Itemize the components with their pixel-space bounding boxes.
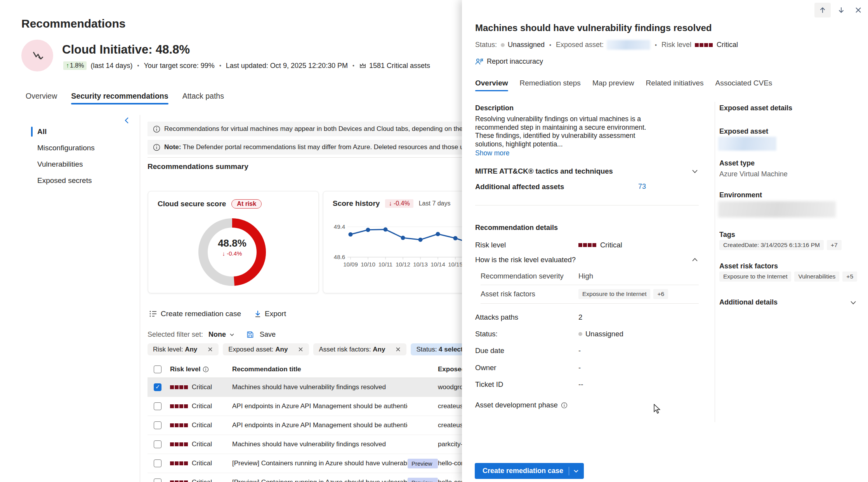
svg-text:48.6: 48.6 [334, 254, 345, 260]
exposed-asset-redacted-value [607, 40, 650, 50]
status-value: Unassigned [508, 41, 545, 49]
risk-factor-overflow-chip[interactable]: +6 [653, 289, 668, 299]
mitre-label: MITRE ATT&CK® tactics and techniques [475, 167, 613, 176]
row-checkbox[interactable] [154, 479, 161, 482]
detail-row-severity: Recommendation severity High [481, 272, 704, 280]
remove-filter-icon[interactable] [298, 346, 304, 352]
preview-badge: Preview [408, 478, 438, 482]
sidebar-divider [140, 115, 140, 482]
tags-label: Tags [719, 231, 735, 239]
score-history-period: Last 7 days [419, 200, 451, 207]
panel-tab-associated-cves[interactable]: Associated CVEs [715, 79, 773, 91]
create-remediation-case-label: Create remediation case [161, 310, 241, 318]
main-tab-bar: Overview Security recommendations Attack… [26, 92, 224, 104]
report-inaccuracy-button[interactable]: Report inaccuracy [475, 57, 543, 66]
remediation-list-icon [149, 310, 157, 318]
sidebar-item-vulnerabilities[interactable]: Vulnerabilities [31, 156, 132, 172]
info-icon [203, 366, 209, 372]
chevron-down-icon[interactable] [229, 332, 235, 338]
trend-value: 1.8% [70, 62, 84, 69]
filter-set-value[interactable]: None [208, 331, 226, 339]
preview-badge: Preview [408, 459, 438, 468]
col-recommendation-title: Recommendation title [232, 365, 408, 373]
separator-dot: • [549, 42, 551, 48]
export-label: Export [265, 310, 286, 318]
sub-divider [481, 285, 699, 285]
info-icon [153, 144, 160, 151]
exposed-asset-label: Exposed asset: [556, 41, 604, 49]
description-text: Resolving vulnerability findings on virt… [475, 115, 658, 148]
row-checkbox[interactable] [154, 383, 161, 391]
secure-score-delta: ↓ -0.4% [193, 250, 271, 257]
additional-details-label: Additional details [719, 298, 778, 306]
info-banner-devices-cloud: Recommendations for virtual machines may… [148, 122, 464, 136]
chevron-up-icon[interactable] [691, 256, 699, 264]
panel-tab-related-initiatives[interactable]: Related initiatives [646, 79, 704, 91]
exposed-asset-redacted-value [718, 137, 776, 151]
sidebar-item-all[interactable]: All [31, 124, 132, 140]
risk-level-bars [578, 243, 597, 247]
tab-overview[interactable]: Overview [26, 92, 57, 104]
chevron-down-icon[interactable] [849, 299, 857, 306]
chevron-down-icon[interactable] [573, 468, 579, 474]
exposed-asset-label: Exposed asset [719, 127, 768, 136]
risk-factor-overflow-chip[interactable]: +5 [842, 271, 857, 282]
panel-tab-overview[interactable]: Overview [475, 79, 508, 91]
tab-attack-paths[interactable]: Attack paths [182, 92, 224, 104]
panel-tab-remediation-steps[interactable]: Remediation steps [520, 79, 581, 91]
additional-affected-assets-row: Additional affected assets 73 [475, 183, 699, 191]
separator-dot: • [655, 42, 657, 48]
select-all-checkbox[interactable] [154, 365, 161, 373]
sidebar-item-exposed-secrets[interactable]: Exposed secrets [31, 172, 132, 189]
mitre-attck-section[interactable]: MITRE ATT&CK® tactics and techniques [475, 167, 699, 176]
affected-assets-count-link[interactable]: 73 [638, 183, 646, 191]
previous-item-button[interactable] [814, 3, 831, 17]
separator-dot: • [352, 63, 354, 69]
sidebar-collapse-button[interactable] [123, 117, 130, 124]
info-icon[interactable] [561, 402, 568, 409]
row-checkbox[interactable] [154, 440, 161, 448]
close-icon [855, 7, 862, 14]
next-item-button[interactable] [833, 3, 849, 17]
affected-assets-label: Additional affected assets [475, 183, 564, 191]
row-checkbox[interactable] [154, 459, 161, 467]
panel-tab-map-preview[interactable]: Map preview [592, 79, 634, 91]
filter-chip-risk-level[interactable]: Risk level: Any [148, 343, 219, 355]
export-button[interactable]: Export [254, 310, 286, 318]
save-icon [247, 331, 254, 338]
additional-details-accordion[interactable]: Additional details [719, 298, 857, 306]
row-checkbox[interactable] [154, 402, 161, 410]
exposed-asset-details-heading: Exposed asset details [719, 104, 792, 112]
close-panel-button[interactable] [850, 3, 866, 17]
donut-center-label: 48.8% ↓ -0.4% [193, 237, 271, 257]
panel-tab-bar: Overview Remediation steps Map preview R… [475, 79, 772, 91]
filter-chip-asset-risk-factors[interactable]: Asset risk factors: Any [313, 343, 406, 355]
panel-column-divider [715, 102, 715, 422]
row-checkbox[interactable] [154, 421, 161, 429]
remove-filter-icon[interactable] [207, 346, 213, 352]
risk-evaluated-label: How is the risk level evaluated? [475, 256, 576, 264]
chevron-down-icon[interactable] [691, 167, 699, 175]
content-divider [148, 157, 463, 158]
svg-text:10/15: 10/15 [448, 261, 463, 268]
remove-filter-icon[interactable] [395, 346, 401, 352]
save-filter-button[interactable]: Save [260, 331, 276, 339]
tab-security-recommendations[interactable]: Security recommendations [71, 92, 168, 104]
mouse-cursor [653, 404, 662, 414]
detail-row-ticket-id: Ticket ID -- [475, 380, 699, 389]
chevron-left-icon [123, 117, 130, 124]
create-remediation-case-primary-button[interactable]: Create remediation case [475, 463, 584, 479]
create-remediation-case-button[interactable]: Create remediation case [149, 310, 241, 318]
description-heading: Description [475, 104, 514, 112]
attack-paths-value: 2 [578, 313, 582, 322]
sidebar-item-misconfigurations[interactable]: Misconfigurations [31, 140, 132, 156]
col-risk-level: Risk level [170, 365, 200, 373]
at-risk-badge: At risk [231, 199, 262, 209]
risk-factor-chip: Exposure to the Internet [719, 271, 791, 282]
risk-evaluated-accordion[interactable]: How is the risk level evaluated? [475, 256, 699, 264]
tag-overflow-chip[interactable]: +7 [827, 240, 842, 250]
show-more-link[interactable]: Show more [475, 149, 510, 157]
risk-level-bars [170, 385, 189, 389]
risk-level-bars [170, 480, 189, 482]
filter-chip-exposed-asset[interactable]: Exposed asset: Any [223, 343, 309, 355]
